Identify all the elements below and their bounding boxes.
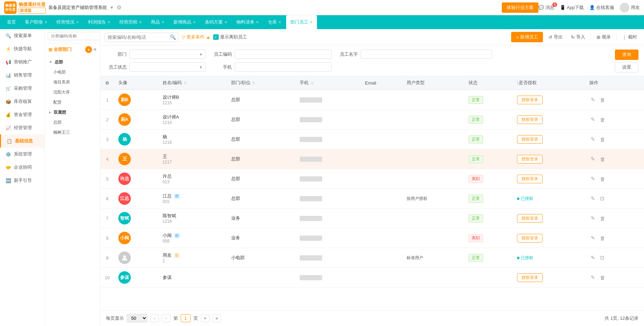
close-icon-operation[interactable]: ✕ bbox=[76, 20, 79, 25]
close-icon-bom[interactable]: ✕ bbox=[256, 20, 259, 25]
app-download-button[interactable]: 📱 App下载 bbox=[560, 5, 584, 11]
dept-item-zongbu2[interactable]: 总部 bbox=[45, 117, 100, 127]
close-icon-dept-emp[interactable]: ✕ bbox=[310, 20, 313, 25]
dept-collapse-icon[interactable]: « bbox=[93, 46, 97, 53]
nav-item-barcode[interactable]: 条码方案 ✕ bbox=[201, 15, 232, 29]
close-icon-barcode[interactable]: ✕ bbox=[224, 20, 227, 25]
delete-btn-7[interactable]: 🗑 bbox=[599, 215, 607, 222]
close-icon-customer[interactable]: ✕ bbox=[44, 20, 47, 25]
sidebar-item-search[interactable]: 🔍 搜索菜单 bbox=[0, 29, 45, 42]
add-employee-button[interactable]: + 新增员工 bbox=[511, 32, 543, 42]
show-archived-wrap[interactable]: ✓ 显示离职员工 bbox=[213, 34, 247, 40]
sidebar-item-purchase[interactable]: 🛒 采购管理 bbox=[0, 82, 45, 95]
auth-button-4[interactable]: 授权登录 bbox=[517, 155, 543, 164]
nav-item-process[interactable]: 经营历程 ✕ bbox=[115, 15, 146, 29]
dept-item-xiaodianbу[interactable]: 小电部 bbox=[45, 67, 100, 77]
sidebar-item-system[interactable]: ⚙️ 系统管理 bbox=[0, 148, 45, 161]
dept-select[interactable] bbox=[129, 50, 206, 59]
nav-item-warehouse[interactable]: 仓库 ✕ bbox=[264, 15, 285, 29]
dept-header[interactable]: ⊞ 全部部门 + « bbox=[45, 43, 100, 56]
emp-search-icon[interactable]: 🔍 bbox=[170, 34, 176, 40]
status-select[interactable] bbox=[129, 62, 206, 72]
th-dept[interactable]: 部门/职位 ⇅ bbox=[227, 76, 296, 90]
next-page-button[interactable]: > bbox=[201, 314, 210, 322]
import-button[interactable]: ↻ 导入 bbox=[568, 32, 588, 42]
export-button[interactable]: ↺ 导出 bbox=[546, 32, 565, 42]
last-page-button[interactable]: » bbox=[212, 314, 221, 322]
th-phone[interactable]: 手机 ⇅ bbox=[296, 76, 361, 90]
view-button[interactable]: ⊞ 视录 bbox=[594, 32, 614, 42]
sidebar-item-management[interactable]: 📈 经营管理 bbox=[0, 121, 45, 134]
nav-item-customer[interactable]: 客户联络 ✕ bbox=[21, 15, 52, 29]
edit-btn-10[interactable]: ✎ bbox=[589, 274, 597, 281]
sidebar-item-basic[interactable]: 📋 基础信息 bbox=[0, 134, 45, 148]
per-page-select[interactable]: 50 20 100 bbox=[127, 314, 147, 323]
more-actions-button[interactable]: ⋮ 截时 bbox=[619, 32, 640, 42]
nav-item-home[interactable]: 首页 bbox=[3, 15, 20, 29]
dept-item-nanshu[interactable]: 楠树王三 bbox=[45, 127, 100, 138]
sidebar-item-quick-nav[interactable]: ⚡ 快捷导航 bbox=[0, 42, 45, 55]
delete-btn-8[interactable]: 🗑 bbox=[599, 235, 607, 242]
empname-input[interactable] bbox=[361, 50, 492, 59]
filter-reset-button[interactable]: 设置 bbox=[615, 62, 638, 72]
dept-search-input[interactable] bbox=[48, 32, 100, 40]
close-icon-profit[interactable]: ✕ bbox=[107, 20, 110, 25]
th-settings[interactable]: ⚙ bbox=[100, 76, 114, 90]
sidebar-item-finance[interactable]: 💰 资金管理 bbox=[0, 108, 45, 121]
dept-item-peihuo[interactable]: 配货 bbox=[45, 97, 100, 107]
filter-search-button[interactable]: 查询 bbox=[615, 50, 638, 60]
delete-btn-10[interactable]: 🗑 bbox=[599, 274, 607, 281]
dept-item-shenyang[interactable]: 沈阳大库 bbox=[45, 87, 100, 97]
dept-item-xiangmu[interactable]: 项目库房 bbox=[45, 77, 100, 87]
phone-input[interactable] bbox=[235, 62, 332, 72]
sidebar-item-marketing[interactable]: 📢 营销推广 bbox=[0, 55, 45, 69]
dept-group-shuanglu[interactable]: 双鹿想 bbox=[45, 107, 100, 117]
auth-button-5[interactable]: 授权登录 bbox=[517, 175, 543, 183]
nav-item-operation[interactable]: 经营情况 ✕ bbox=[52, 15, 83, 29]
emp-search-input[interactable] bbox=[108, 33, 170, 42]
auth-button-2[interactable]: 授权登录 bbox=[517, 115, 543, 124]
more-filter-button[interactable]: ▽ 更多条件 ▲ bbox=[182, 34, 210, 40]
sidebar-item-inventory[interactable]: 📦 库存核算 bbox=[0, 95, 45, 108]
message-button[interactable]: 💬 消息 6 bbox=[538, 5, 554, 11]
copy-btn-9[interactable]: ⊡ bbox=[599, 254, 606, 262]
edit-btn-6[interactable]: ✎ bbox=[589, 195, 597, 202]
dept-group-zongbu[interactable]: 总部 bbox=[45, 57, 100, 67]
nav-item-profit[interactable]: 利润报告 ✕ bbox=[84, 15, 115, 29]
nav-item-new-goods[interactable]: 新增商品 ✕ bbox=[169, 15, 200, 29]
edit-btn-5[interactable]: ✎ bbox=[589, 175, 597, 183]
close-icon-warehouse[interactable]: ✕ bbox=[278, 20, 281, 25]
nav-item-bom[interactable]: 物料清单 ✕ bbox=[232, 15, 263, 29]
edit-btn-1[interactable]: ✎ bbox=[589, 96, 597, 104]
online-service-button[interactable]: 👤 在线客服 bbox=[589, 5, 614, 11]
edit-btn-3[interactable]: ✎ bbox=[589, 135, 597, 143]
delete-btn-1[interactable]: 🗑 bbox=[599, 96, 607, 104]
auth-button-3[interactable]: 授权登录 bbox=[517, 135, 543, 144]
empcode-input[interactable] bbox=[235, 50, 332, 59]
gear-icon[interactable]: ⚙ bbox=[117, 4, 121, 11]
delete-btn-5[interactable]: 🗑 bbox=[599, 175, 607, 183]
close-icon-process[interactable]: ✕ bbox=[139, 20, 142, 25]
sidebar-item-guide[interactable]: 🆕 新手引导 bbox=[0, 174, 45, 187]
edit-btn-8[interactable]: ✎ bbox=[589, 234, 597, 242]
user-menu[interactable]: 用友 bbox=[620, 3, 640, 12]
sidebar-item-sales[interactable]: 📊 销售管理 bbox=[0, 69, 45, 82]
dept-add-icon[interactable]: + bbox=[85, 46, 92, 53]
sidebar-item-collab[interactable]: 🤝 企业协同 bbox=[0, 161, 45, 174]
show-archived-checkbox[interactable]: ✓ bbox=[213, 34, 219, 40]
edit-btn-4[interactable]: ✎ bbox=[589, 155, 597, 163]
delete-btn-3[interactable]: 🗑 bbox=[599, 136, 607, 143]
nav-item-goods[interactable]: 商品 ✕ bbox=[147, 15, 169, 29]
edit-btn-7[interactable]: ✎ bbox=[589, 214, 597, 222]
delete-btn-2[interactable]: 🗑 bbox=[599, 116, 607, 123]
copy-btn-6[interactable]: ⊡ bbox=[599, 195, 606, 202]
delete-btn-4[interactable]: 🗑 bbox=[599, 156, 607, 163]
trial-button[interactable]: 体验行业方案 bbox=[502, 2, 538, 13]
auth-button-1[interactable]: 授权登录 bbox=[517, 96, 543, 104]
edit-btn-9[interactable]: ✎ bbox=[589, 254, 597, 262]
sys-dropdown-arrow[interactable]: ▼ bbox=[110, 5, 114, 10]
th-name[interactable]: 姓名/编码 ⇅ bbox=[158, 76, 227, 90]
prev-page-button[interactable]: < bbox=[162, 314, 171, 322]
auth-button-8[interactable]: 授权登录 bbox=[517, 234, 543, 243]
auth-button-7[interactable]: 授权登录 bbox=[517, 214, 543, 223]
